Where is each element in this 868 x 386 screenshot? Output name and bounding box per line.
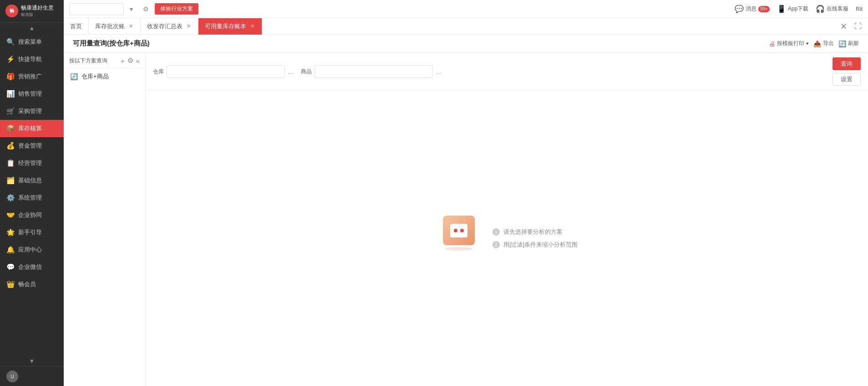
warehouse-field: 仓库 ... xyxy=(153,65,294,78)
print-button[interactable]: 🖨 按模板打印 ▾ xyxy=(769,40,809,47)
sidebar-scroll-down[interactable]: ▼ xyxy=(0,356,64,366)
sidebar-item-wechat[interactable]: 💬 企业微信 xyxy=(0,258,64,276)
tab-close-batch-ledger[interactable]: ✕ xyxy=(127,23,134,30)
finance-icon: 💰 xyxy=(6,142,15,150)
filter-panel-header: 按以下方案查询 + ⚙ « xyxy=(64,53,145,69)
logo-text: 畅康通好生意 标准版 xyxy=(21,5,54,18)
empty-tips: 1 请先选择要分析的方案 2 用[过滤]条件来缩小分析范围 xyxy=(492,228,578,249)
page-header: 可用量查询(按仓库+商品) 🖨 按模板打印 ▾ 📤 导出 🔄 刷新 xyxy=(64,35,868,53)
page-title: 可用量查询(按仓库+商品) xyxy=(73,39,150,48)
page-header-actions: 🖨 按模板打印 ▾ 📤 导出 🔄 刷新 xyxy=(769,40,859,47)
tab-close-available-ledger[interactable]: ✕ xyxy=(249,23,255,30)
print-dropdown-icon: ▾ xyxy=(806,41,809,46)
avatar: U xyxy=(6,371,18,382)
query-fields-row: 仓库 ... 商品 ... 查询 设置 xyxy=(146,53,868,91)
quick-nav-icon: ⚡ xyxy=(6,55,15,63)
tab-collect-summary[interactable]: 收发存汇总表 ✕ xyxy=(141,18,198,35)
print-icon: 🖨 xyxy=(769,40,775,47)
sidebar-item-search[interactable]: 🔍 搜索菜单 xyxy=(0,33,64,51)
trial-button[interactable]: 体验行业方案 xyxy=(155,3,198,15)
refresh-icon: 🔄 xyxy=(838,40,846,47)
sidebar-item-system[interactable]: ⚙️ 系统管理 xyxy=(0,189,64,206)
sidebar-item-purchase[interactable]: 🛒 采购管理 xyxy=(0,103,64,120)
warehouse-ellipsis[interactable]: ... xyxy=(288,67,294,76)
goods-field: 商品 ... xyxy=(301,65,442,78)
robot-shadow xyxy=(445,247,472,251)
filter-panel: 按以下方案查询 + ⚙ « 🔄 仓库+商品 xyxy=(64,53,146,386)
goods-input[interactable] xyxy=(315,65,433,78)
sidebar-item-finance[interactable]: 💰 资金管理 xyxy=(0,137,64,154)
robot-eye-right xyxy=(460,229,464,232)
guide-icon: 🌟 xyxy=(6,228,15,237)
settings-button[interactable]: 设置 xyxy=(832,73,861,86)
tab-close-collect-summary[interactable]: ✕ xyxy=(185,23,192,30)
sales-icon: 📊 xyxy=(6,90,15,98)
filter-item-icon: 🔄 xyxy=(70,73,78,80)
export-button[interactable]: 📤 导出 xyxy=(813,40,834,47)
query-button[interactable]: 查询 xyxy=(832,57,861,70)
sidebar-user[interactable]: U xyxy=(0,366,64,386)
sidebar-item-apps[interactable]: 🔔 应用中心 xyxy=(0,241,64,258)
topbar-dropdown-button[interactable]: ▾ xyxy=(126,4,137,15)
filter-settings-button[interactable]: ⚙ xyxy=(127,57,133,65)
system-icon: ⚙️ xyxy=(6,194,15,202)
sidebar-item-operations[interactable]: 📋 经营管理 xyxy=(0,154,64,172)
empty-state: 1 请先选择要分析的方案 2 用[过滤]条件来缩小分析范围 xyxy=(146,91,868,386)
sidebar-item-sales[interactable]: 📊 销售管理 xyxy=(0,85,64,103)
sidebar-item-guide[interactable]: 🌟 新手引导 xyxy=(0,224,64,241)
tab-batch-ledger[interactable]: 库存批次账 ✕ xyxy=(89,18,141,35)
sidebar-nav: 🔍 搜索菜单 ⚡ 快捷导航 🎁 营销推广 📊 销售管理 🛒 采购管理 📦 库存核… xyxy=(0,33,64,356)
content-layout: 按以下方案查询 + ⚙ « 🔄 仓库+商品 仓库 xyxy=(64,53,868,386)
tab-close-button[interactable]: ✕ xyxy=(837,20,850,33)
tab-available-ledger[interactable]: 可用量库存账本 ✕ xyxy=(198,18,262,35)
sidebar-item-inventory[interactable]: 📦 库存核算 xyxy=(0,120,64,137)
topbar: ▾ ⚙ 体验行业方案 💬 消息 99+ 📱 App下载 🎧 在线客服 Rit xyxy=(64,0,868,18)
sidebar-item-cooperation[interactable]: 🤝 企业协同 xyxy=(0,206,64,224)
export-icon: 📤 xyxy=(813,40,821,47)
filter-panel-header-actions: + ⚙ « xyxy=(121,57,140,65)
apps-icon: 🔔 xyxy=(6,246,15,254)
topbar-right: 💬 消息 99+ 📱 App下载 🎧 在线客服 Rit xyxy=(735,5,863,13)
app-download-group[interactable]: 📱 App下载 xyxy=(777,5,808,13)
sidebar-logo: 畅 畅康通好生意 标准版 xyxy=(0,0,64,23)
sidebar-item-marketing[interactable]: 🎁 营销推广 xyxy=(0,68,64,85)
cooperation-icon: 🤝 xyxy=(6,211,15,219)
sidebar-scroll-up[interactable]: ▲ xyxy=(0,23,64,33)
warehouse-input[interactable] xyxy=(167,65,285,78)
tab-expand-button[interactable]: ⛶ xyxy=(852,20,864,33)
sidebar-item-basic[interactable]: 🗂️ 基础信息 xyxy=(0,172,64,189)
topbar-search-input[interactable] xyxy=(69,3,124,15)
empty-tip-2: 2 用[过滤]条件来缩小分析范围 xyxy=(492,241,578,249)
topbar-gear-button[interactable]: ⚙ xyxy=(140,4,151,15)
cart-icon: 🛒 xyxy=(6,107,15,115)
sidebar-item-member[interactable]: 👑 畅会员 xyxy=(0,276,64,293)
inventory-icon: 📦 xyxy=(6,124,15,133)
tip-num-1: 1 xyxy=(492,228,500,236)
gift-icon: 🎁 xyxy=(6,72,15,81)
headset-icon: 🎧 xyxy=(816,5,825,13)
sidebar: 畅 畅康通好生意 标准版 ▲ 🔍 搜索菜单 ⚡ 快捷导航 🎁 营销推广 📊 销售… xyxy=(0,0,64,386)
user-name[interactable]: Rit xyxy=(856,6,863,12)
phone-icon: 📱 xyxy=(777,5,786,13)
robot-box xyxy=(443,216,475,245)
robot-eye-left xyxy=(454,229,457,232)
robot-face xyxy=(450,224,467,237)
online-service-group[interactable]: 🎧 在线客服 xyxy=(816,5,848,13)
topbar-search-area: ▾ xyxy=(69,3,137,15)
page-content: 可用量查询(按仓库+商品) 🖨 按模板打印 ▾ 📤 导出 🔄 刷新 xyxy=(64,35,868,386)
goods-ellipsis[interactable]: ... xyxy=(436,67,442,76)
filter-collapse-button[interactable]: « xyxy=(136,57,140,65)
tabs-right-actions: ✕ ⛶ xyxy=(837,20,868,33)
tab-home[interactable]: 首页 xyxy=(64,18,89,35)
refresh-button[interactable]: 🔄 刷新 xyxy=(838,40,859,47)
empty-tip-1: 1 请先选择要分析的方案 xyxy=(492,228,578,236)
empty-illustration xyxy=(436,216,482,261)
sidebar-item-quick-nav[interactable]: ⚡ 快捷导航 xyxy=(0,51,64,68)
basic-icon: 🗂️ xyxy=(6,176,15,185)
search-icon: 🔍 xyxy=(6,38,15,46)
member-icon: 👑 xyxy=(6,280,15,288)
message-group[interactable]: 💬 消息 99+ xyxy=(735,5,770,13)
filter-add-button[interactable]: + xyxy=(121,57,125,65)
filter-item-warehouse-goods[interactable]: 🔄 仓库+商品 xyxy=(64,69,145,84)
operations-icon: 📋 xyxy=(6,159,15,167)
